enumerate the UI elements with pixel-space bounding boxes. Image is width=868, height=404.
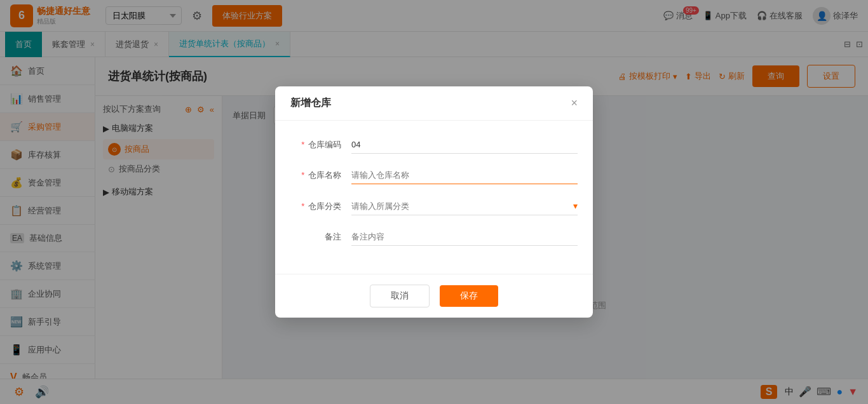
save-button[interactable]: 保存 [440,285,498,307]
warehouse-name-label: * 仓库名称 [290,170,341,181]
modal-footer: 取消 保存 [275,274,593,318]
warehouse-category-select[interactable]: ▾ [351,197,578,215]
warehouse-code-row: * 仓库编码 [290,136,578,154]
modal-close-button[interactable]: × [571,97,578,110]
warehouse-name-row: * 仓库名称 [290,166,578,184]
warehouse-code-input[interactable] [351,136,578,154]
modal-overlay[interactable]: 新增仓库 × * 仓库编码 * 仓库名称 [0,0,868,404]
modal-title: 新增仓库 [290,97,331,110]
warehouse-remark-row: 备注 [290,228,578,246]
modal-header: 新增仓库 × [275,86,593,121]
cancel-button[interactable]: 取消 [370,285,430,307]
warehouse-remark-label: 备注 [290,231,341,243]
add-warehouse-modal: 新增仓库 × * 仓库编码 * 仓库名称 [275,86,593,318]
warehouse-name-input[interactable] [351,166,578,184]
warehouse-category-label: * 仓库分类 [290,201,341,212]
warehouse-remark-input[interactable] [351,228,578,246]
category-dropdown-icon[interactable]: ▾ [573,201,578,211]
warehouse-category-input[interactable] [351,201,573,211]
warehouse-category-row: * 仓库分类 ▾ [290,197,578,215]
modal-body: * 仓库编码 * 仓库名称 * 仓库分类 [275,121,593,274]
warehouse-code-label: * 仓库编码 [290,139,341,151]
